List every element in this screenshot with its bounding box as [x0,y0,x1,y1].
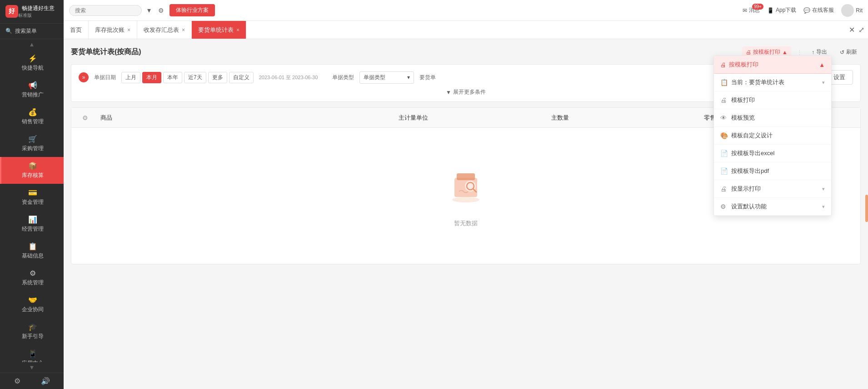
tab-home[interactable]: 首页 [64,21,89,39]
dropdown-export-excel[interactable]: 📄 按模板导出excel [714,145,831,162]
sidebar-item-app-center[interactable]: 📱 应用中心 [0,345,64,362]
search-label: 搜索菜单 [15,27,37,35]
default-func-icon: ⚙ [720,203,728,210]
settings-bottom-icon[interactable]: ⚙ [14,377,20,385]
system-icon: ⚙ [30,269,36,278]
dropdown-header[interactable]: 🖨 按模板打印 ▲ [714,56,831,74]
topbar-gear-icon[interactable]: ⚙ [156,5,166,16]
display-print-arrow: ▾ [822,186,825,192]
finance-icon: 💳 [28,188,37,197]
date-btn-this-month[interactable]: 本月 [142,72,161,83]
sidebar-scroll-down[interactable]: ▼ [0,362,64,373]
refresh-button[interactable]: ↺ 刷新 [836,46,861,58]
topbar-dropdown-icon[interactable]: ▾ [145,4,153,16]
template-preview-label: 模板预览 [731,114,755,122]
date-buttons: 上月 本月 本年 近7天 更多 自定义 [121,72,254,83]
dropdown-template-preview[interactable]: 👁 模板预览 [714,109,831,127]
sidebar-item-operations[interactable]: 📊 经营管理 [0,211,64,237]
app-download-icon: 📱 [767,7,774,14]
tabbar: 首页 库存批次账 × 收发存汇总表 × 要货单统计表 × ✕ ⤢ [64,21,868,39]
tab-batch-account-label: 库存批次账 [95,26,125,34]
logo-icon: 好 [5,5,18,18]
tab-order-stats[interactable]: 要货单统计表 × [192,21,246,39]
empty-text: 暂无数据 [454,219,478,227]
industry-button[interactable]: 体验行业方案 [170,4,215,16]
tab-home-label: 首页 [70,26,82,34]
sidebar-scroll-up[interactable]: ▲ [0,39,64,50]
svg-point-0 [452,197,479,202]
tab-receipt-summary-close[interactable]: × [182,27,185,33]
export-pdf-label: 按模板导出pdf [731,167,769,175]
sidebar: 好 畅捷通好生意 标准版 🔍 搜索菜单 ▲ ⚡ 快捷导航 📢 营销推广 💰 销售… [0,0,64,389]
dropdown-header-left: 🖨 按模板打印 [720,61,758,69]
date-btn-last-month[interactable]: 上月 [121,72,140,83]
topbar-online-service[interactable]: 💬 在线客服 [803,6,834,14]
date-btn-custom[interactable]: 自定义 [229,72,254,83]
sidebar-item-sales[interactable]: 💰 销售管理 [0,103,64,130]
sidebar-nav: ⚡ 快捷导航 📢 营销推广 💰 销售管理 🛒 采购管理 📦 库存核算 💳 资金管… [0,50,64,362]
filter-toggle-button[interactable]: » [79,72,89,82]
search-icon: 🔍 [5,28,12,34]
sidebar-item-finance[interactable]: 💳 资金管理 [0,184,64,211]
sidebar-item-inventory[interactable]: 📦 库存核算 [0,157,64,184]
refresh-icon: ↺ [840,49,844,56]
topbar-message[interactable]: ✉ 消息 99+ [743,6,760,14]
dropdown-template-design[interactable]: 🎨 模板自定义设计 [714,127,831,145]
date-btn-7days[interactable]: 近7天 [184,72,206,83]
topbar-search-input[interactable] [69,5,142,16]
toggle-icon: » [82,74,85,81]
tab-batch-account[interactable]: 库存批次账 × [89,21,137,39]
operations-icon: 📊 [28,215,37,224]
tabbar-close-icon[interactable]: ✕ [849,25,855,34]
finance-label: 资金管理 [22,198,44,206]
date-btn-more[interactable]: 更多 [208,72,227,83]
tab-order-stats-label: 要货单统计表 [198,26,234,34]
default-func-label: 设置默认功能 [731,202,767,211]
dropdown-collapse-arrow[interactable]: ▲ [819,61,825,68]
export-pdf-icon: 📄 [720,167,728,175]
print-dropdown-arrow-up: ▲ [782,49,788,56]
tabbar-expand-icon[interactable]: ⤢ [858,25,864,34]
tab-order-stats-close[interactable]: × [236,27,239,33]
topbar-right: ✉ 消息 99+ 📱 App下载 💬 在线客服 Rit [743,4,863,17]
display-print-icon: 🖨 [720,185,728,192]
enterprise-label: 企业协同 [22,306,44,313]
date-filter-label: 单据日期 [94,74,116,81]
date-btn-this-year[interactable]: 本年 [163,72,182,83]
table-settings-icon[interactable]: ⚙ [82,114,88,121]
inventory-icon: 📦 [28,162,37,170]
dropdown-export-pdf[interactable]: 📄 按模板导出pdf [714,162,831,180]
type-select-arrow: ▾ [407,74,410,81]
tab-receipt-summary[interactable]: 收发存汇总表 × [137,21,192,39]
dropdown-default-func[interactable]: ⚙ 设置默认功能 ▾ [714,198,831,216]
dropdown-template-print[interactable]: 🖨 模板打印 [714,91,831,109]
expand-label: 展开更多条件 [453,88,486,96]
audio-bottom-icon[interactable]: 🔊 [41,377,50,385]
sidebar-item-purchase[interactable]: 🛒 采购管理 [0,130,64,157]
sidebar-item-basics[interactable]: 📋 基础信息 [0,237,64,264]
marketing-icon: 📢 [28,81,37,90]
export-label: 导出 [816,48,827,56]
export-icon: ↑ [812,49,814,56]
sidebar-item-quick-nav[interactable]: ⚡ 快捷导航 [0,50,64,76]
right-scrollbar[interactable] [865,195,868,222]
topbar-user-avatar[interactable]: Rit [841,4,863,17]
sidebar-item-system[interactable]: ⚙ 系统管理 [0,264,64,291]
sidebar-search[interactable]: 🔍 搜索菜单 [0,24,64,39]
actions-divider: ⋮ [797,49,803,56]
print-dropdown: 🖨 按模板打印 ▲ 📋 当前：要货单统计表 ▾ 🖨 模板打印 👁 模板预览 🎨 [713,56,832,216]
default-func-arrow: ▾ [822,204,825,210]
sidebar-item-enterprise[interactable]: 🤝 企业协同 [0,291,64,318]
sidebar-item-marketing[interactable]: 📢 营销推广 [0,76,64,103]
sidebar-item-newbie[interactable]: 🎓 新手引导 [0,318,64,345]
dropdown-display-print[interactable]: 🖨 按显示打印 ▾ [714,180,831,198]
newbie-icon: 🎓 [28,323,37,331]
dropdown-header-label: 按模板打印 [729,61,758,69]
dropdown-current-template[interactable]: 📋 当前：要货单统计表 ▾ [714,74,831,91]
type-filter-select[interactable]: 单据类型 ▾ [359,71,414,84]
tab-batch-account-close[interactable]: × [127,27,130,33]
dropdown-default-func-left: ⚙ 设置默认功能 [720,202,767,211]
topbar-app-download[interactable]: 📱 App下载 [767,6,796,14]
th-settings[interactable]: ⚙ [79,114,97,121]
newbie-label: 新手引导 [22,333,44,340]
